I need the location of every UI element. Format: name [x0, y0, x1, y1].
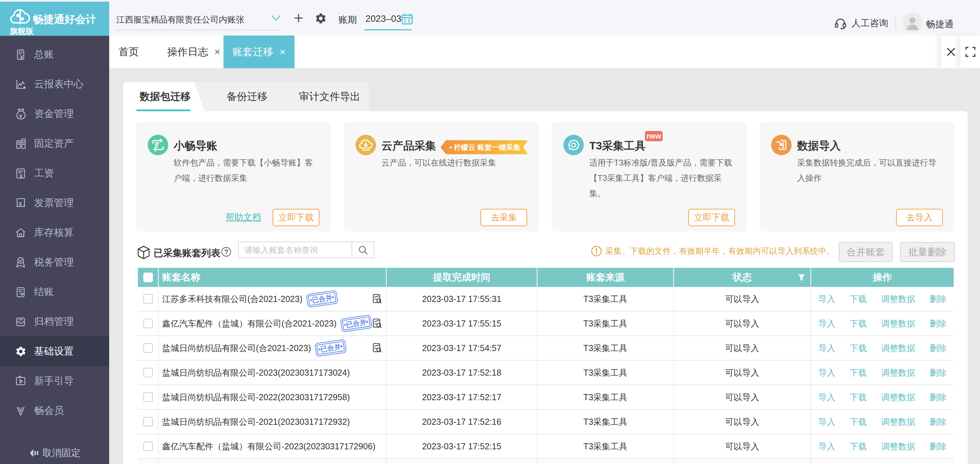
svg-text:¥: ¥	[19, 173, 22, 178]
svg-text:¥: ¥	[19, 200, 22, 206]
svg-text:¥: ¥	[20, 54, 23, 60]
svg-text:¥: ¥	[19, 113, 22, 118]
